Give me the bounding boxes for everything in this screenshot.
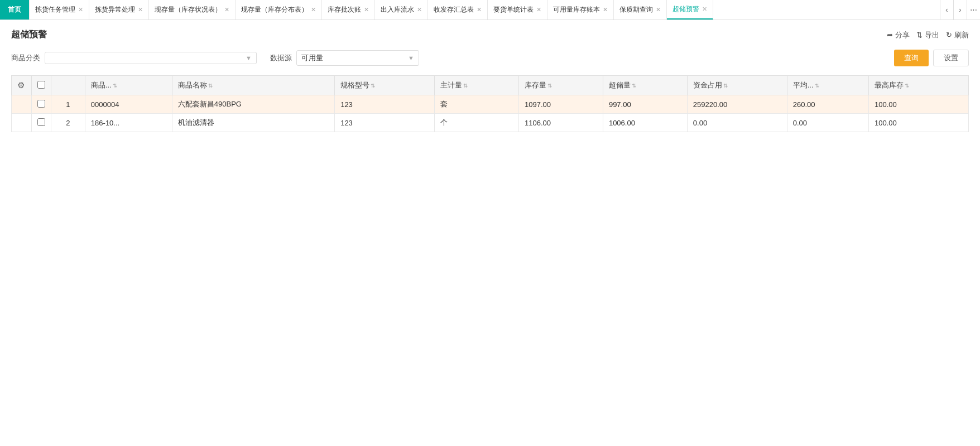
tab-label: 超储预警 [672, 4, 699, 14]
data-source-value: 可用量 [301, 53, 323, 63]
product-name: 机油滤清器 [172, 114, 334, 132]
stock: 1106.00 [519, 114, 603, 132]
tab-label: 拣货异常处理 [95, 5, 135, 14]
page-content: 超储预警 ➦ 分享 ⇅ 导出 ↻ 刷新 商品分类 ▼ 数据源 [0, 20, 980, 446]
sort-icon-spec: ⇅ [371, 83, 375, 89]
tab-label: 拣货任务管理 [35, 5, 75, 14]
row-checkbox[interactable] [37, 100, 45, 108]
data-source-select[interactable]: 可用量 ▼ [296, 50, 419, 66]
sort-icon-overstock: ⇅ [632, 83, 636, 89]
nav-tab-tab-8[interactable]: 要货单统计表✕ [488, 0, 547, 20]
nav-menu-btn[interactable]: ⋯ [967, 0, 980, 20]
share-label: 分享 [895, 30, 910, 40]
nav-tab-tab-4[interactable]: 现存量（库存分布表）✕ [236, 0, 322, 20]
tab-label: 要货单统计表 [493, 5, 534, 14]
nav-tab-tab-2[interactable]: 拣货异常处理✕ [89, 0, 149, 20]
nav-tab-tab-10[interactable]: 保质期查询✕ [614, 0, 667, 20]
th-product-code[interactable]: 商品...⇅ [85, 76, 172, 95]
share-link[interactable]: ➦ 分享 [887, 30, 910, 40]
tab-label: 出入库流水 [381, 5, 414, 14]
tab-close-icon[interactable]: ✕ [224, 6, 229, 13]
refresh-icon: ↻ [946, 31, 952, 39]
th-settings[interactable]: ⚙ [12, 76, 32, 95]
nav-tab-tab-7[interactable]: 收发存汇总表✕ [428, 0, 488, 20]
header-actions: ➦ 分享 ⇅ 导出 ↻ 刷新 [887, 30, 969, 40]
tab-close-icon[interactable]: ✕ [417, 6, 422, 13]
row-settings-cell [12, 114, 32, 132]
table-row: 2 186-10... 机油滤清器 123 个 1106.00 1006.00 … [12, 114, 969, 132]
tab-close-icon[interactable]: ✕ [536, 6, 541, 13]
nav-tab-tab-11[interactable]: 超储预警✕ [667, 0, 713, 20]
export-icon: ⇅ [916, 31, 923, 39]
th-capital[interactable]: 资金占用⇅ [687, 76, 787, 95]
sort-icon-avg: ⇅ [815, 83, 819, 89]
sort-icon-name: ⇅ [208, 83, 213, 89]
query-button[interactable]: 查询 [894, 50, 929, 66]
export-link[interactable]: ⇅ 导出 [916, 30, 939, 40]
data-table: ⚙ 商品...⇅ 商品名称⇅ 规格型号⇅ 主计量⇅ 库存量⇅ 超储量⇅ 资金占用… [11, 75, 969, 132]
overstock: 997.00 [603, 95, 687, 114]
spec: 123 [335, 114, 435, 132]
spec: 123 [335, 95, 435, 114]
tab-close-icon[interactable]: ✕ [702, 6, 707, 13]
th-checkbox [32, 76, 51, 95]
row-checkbox-cell[interactable] [32, 95, 51, 114]
th-spec[interactable]: 规格型号⇅ [335, 76, 435, 95]
capital: 259220.00 [687, 95, 787, 114]
nav-tab-tab-1[interactable]: 拣货任务管理✕ [30, 0, 89, 20]
unit: 套 [435, 95, 519, 114]
overstock: 1006.00 [603, 114, 687, 132]
gear-icon[interactable]: ⚙ [17, 80, 25, 90]
tab-close-icon[interactable]: ✕ [138, 6, 143, 13]
row-checkbox-cell[interactable] [32, 114, 51, 132]
tab-label: 可用量库存账本 [553, 5, 600, 14]
chevron-down-icon: ▼ [246, 55, 252, 61]
tab-close-icon[interactable]: ✕ [311, 6, 316, 13]
select-all-checkbox[interactable] [37, 81, 45, 89]
stock: 1097.00 [519, 95, 603, 114]
sort-icon-max: ⇅ [905, 83, 909, 89]
unit: 个 [435, 114, 519, 132]
nav-tab-tab-5[interactable]: 库存批次账✕ [322, 0, 375, 20]
data-source-label: 数据源 [270, 53, 292, 63]
tab-close-icon[interactable]: ✕ [78, 6, 83, 13]
avg: 260.00 [787, 95, 868, 114]
filter-commodity-class: 商品分类 ▼ [11, 52, 257, 64]
nav-prev-btn[interactable]: ‹ [940, 0, 953, 20]
tab-close-icon[interactable]: ✕ [364, 6, 369, 13]
settings-button[interactable]: 设置 [933, 50, 969, 66]
refresh-link[interactable]: ↻ 刷新 [946, 30, 969, 40]
commodity-class-select[interactable]: ▼ [45, 52, 257, 64]
nav-tab-home[interactable]: 首页 [0, 0, 30, 20]
max-stock: 100.00 [869, 114, 969, 132]
th-overstock[interactable]: 超储量⇅ [603, 76, 687, 95]
max-stock: 100.00 [869, 95, 969, 114]
th-unit[interactable]: 主计量⇅ [435, 76, 519, 95]
top-nav: 首页 拣货任务管理✕拣货异常处理✕现存量（库存状况表）✕现存量（库存分布表）✕库… [0, 0, 980, 20]
chevron-down-icon-2: ▼ [408, 55, 414, 61]
row-num: 2 [51, 114, 85, 132]
th-avg[interactable]: 平均...⇅ [787, 76, 868, 95]
nav-next-btn[interactable]: › [953, 0, 967, 20]
tab-close-icon[interactable]: ✕ [477, 6, 482, 13]
avg: 0.00 [787, 114, 868, 132]
row-checkbox[interactable] [37, 118, 45, 126]
tab-close-icon[interactable]: ✕ [656, 6, 661, 13]
tab-close-icon[interactable]: ✕ [603, 6, 608, 13]
page-header: 超储预警 ➦ 分享 ⇅ 导出 ↻ 刷新 [11, 29, 969, 41]
th-product-name[interactable]: 商品名称⇅ [172, 76, 334, 95]
product-code: 0000004 [85, 95, 172, 114]
nav-tab-tab-3[interactable]: 现存量（库存状况表）✕ [149, 0, 236, 20]
th-stock[interactable]: 库存量⇅ [519, 76, 603, 95]
tab-label: 现存量（库存分布表） [241, 5, 308, 14]
nav-tab-tab-9[interactable]: 可用量库存账本✕ [547, 0, 614, 20]
nav-tab-tab-6[interactable]: 出入库流水✕ [375, 0, 428, 20]
table-header-row: ⚙ 商品...⇅ 商品名称⇅ 规格型号⇅ 主计量⇅ 库存量⇅ 超储量⇅ 资金占用… [12, 76, 969, 95]
th-max-stock[interactable]: 最高库存⇅ [869, 76, 969, 95]
tab-label: 收发存汇总表 [434, 5, 474, 14]
product-name: 六配套新昌490BPG [172, 95, 334, 114]
tab-label: 现存量（库存状况表） [155, 5, 222, 14]
refresh-label: 刷新 [954, 30, 969, 40]
row-num: 1 [51, 95, 85, 114]
nav-arrows: ‹ › ⋯ [940, 0, 980, 20]
